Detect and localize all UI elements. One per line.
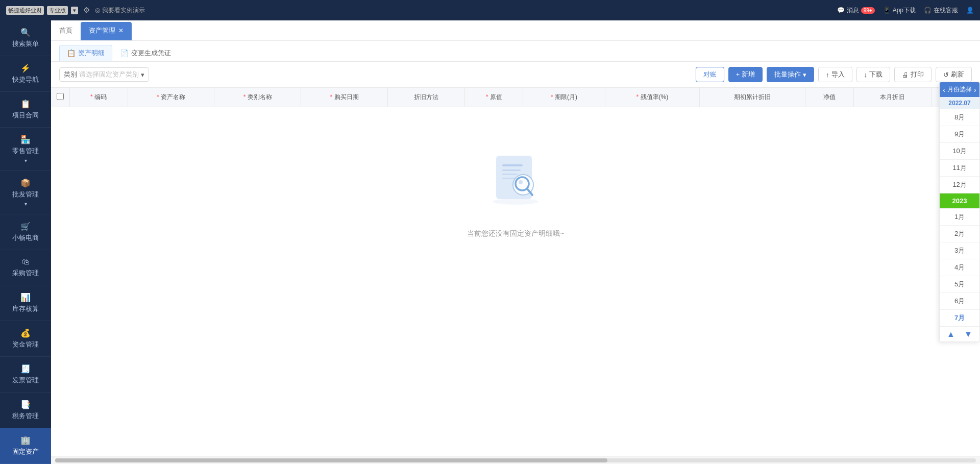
download-button[interactable]: ↓ 下载	[856, 67, 891, 82]
month-next-icon[interactable]: ›	[974, 86, 976, 94]
sidebar-item-label: 库存核算	[12, 304, 39, 313]
month-item-2[interactable]: 2月	[940, 226, 979, 242]
month-item-year-2023[interactable]: 2023	[940, 193, 979, 209]
import-icon: ↑	[826, 71, 829, 79]
demo-icon: ◎	[95, 7, 100, 14]
select-all-checkbox[interactable]	[57, 93, 64, 100]
col-original-value: 原值	[465, 88, 523, 107]
table-area: 编码 资产名称 类别名称 购买日期 折旧方法 原值 期限(月) 残值率(%) 期…	[51, 88, 980, 456]
app-download-button[interactable]: 📱 App下载	[883, 6, 916, 15]
sidebar-item-fixed-assets[interactable]: 🏢 固定资产	[0, 428, 51, 464]
invoice-icon: 🧾	[20, 364, 31, 374]
avatar-icon: 👤	[966, 7, 974, 14]
sidebar-item-retail[interactable]: 🏪 零售管理 ▾	[0, 128, 51, 171]
dropdown-arrow-icon[interactable]: ▾	[71, 7, 78, 14]
refresh-button[interactable]: ↺ 刷新	[936, 67, 972, 82]
message-button[interactable]: 💬 消息 99+	[837, 6, 875, 15]
user-avatar[interactable]: 👤	[966, 7, 974, 14]
month-item-12[interactable]: 12月	[940, 177, 979, 193]
sidebar-item-ecommerce[interactable]: 🛒 小畅电商	[0, 214, 51, 250]
reconcile-label: 对账	[703, 70, 717, 79]
batch-operation-button[interactable]: 批量操作 ▾	[767, 67, 814, 82]
refresh-label: 刷新	[951, 70, 964, 79]
sidebar-item-contract[interactable]: 📋 项目合同	[0, 92, 51, 128]
add-label: + 新增	[736, 70, 755, 79]
sidebar-item-finance[interactable]: 💰 资金管理	[0, 321, 51, 357]
tab-asset-management[interactable]: 资产管理 ✕	[81, 22, 132, 40]
asset-management-tab-label: 资产管理	[89, 26, 115, 35]
select-all-cell[interactable]	[51, 88, 69, 107]
sidebar-item-label: 固定资产	[12, 447, 39, 456]
sub-tab-change-voucher[interactable]: 📄 变更生成凭证	[112, 45, 179, 61]
sidebar-item-quicknav[interactable]: ⚡ 快捷导航	[0, 56, 51, 92]
month-panel-header: ‹ 月份选择 ›	[940, 82, 979, 97]
month-item-5[interactable]: 5月	[940, 276, 979, 293]
month-item-11[interactable]: 11月	[940, 160, 979, 177]
change-voucher-icon: 📄	[120, 49, 129, 57]
sidebar-item-purchase[interactable]: 🛍 采购管理	[0, 250, 51, 285]
tab-close-icon[interactable]: ✕	[118, 27, 124, 34]
quicknav-icon: ⚡	[20, 63, 31, 73]
inventory-icon: 📊	[20, 292, 31, 302]
message-badge: 99+	[861, 7, 875, 14]
demo-link[interactable]: ◎ 我要看实例演示	[95, 6, 145, 15]
month-scroll-up-icon[interactable]: ▲	[947, 330, 955, 339]
month-prev-icon[interactable]: ‹	[943, 86, 945, 94]
retail-icon: 🏪	[20, 135, 31, 144]
import-button[interactable]: ↑ 导入	[818, 67, 852, 82]
month-item-8[interactable]: 8月	[940, 109, 979, 126]
month-item-6[interactable]: 6月	[940, 293, 979, 310]
sidebar-item-tax[interactable]: 📑 税务管理	[0, 393, 51, 428]
col-net-value: 净值	[805, 88, 854, 107]
sub-tab-asset-detail-label: 资产明细	[78, 48, 105, 58]
refresh-icon: ↺	[943, 71, 949, 79]
content-area: 首页 资产管理 ✕ 📋 资产明细 📄 变更生成凭证	[51, 20, 980, 464]
add-button[interactable]: + 新增	[728, 67, 763, 82]
month-scroll-down-icon[interactable]: ▼	[964, 330, 972, 339]
month-item-1[interactable]: 1月	[940, 209, 979, 226]
online-service-button[interactable]: 🎧 在线客服	[924, 6, 958, 15]
empty-illustration	[485, 148, 546, 219]
online-service-label: 在线客服	[934, 6, 958, 15]
horizontal-scrollbar[interactable]	[55, 458, 976, 462]
company-name[interactable]: 畅捷通好业财 专业版 ▾	[6, 6, 78, 15]
col-depreciation-method: 折旧方法	[387, 88, 464, 107]
sidebar-item-label: 采购管理	[12, 268, 39, 278]
tab-home[interactable]: 首页	[51, 22, 81, 40]
month-item-3[interactable]: 3月	[940, 242, 979, 259]
headset-icon: 🎧	[924, 7, 932, 14]
sidebar-item-invoice[interactable]: 🧾 发票管理	[0, 357, 51, 393]
message-icon: 💬	[837, 7, 845, 14]
print-button[interactable]: 🖨 打印	[894, 67, 932, 82]
settings-icon[interactable]: ⚙	[83, 6, 90, 15]
print-icon: 🖨	[902, 71, 909, 79]
sidebar-item-label: 项目合同	[12, 111, 39, 120]
empty-state: 当前您还没有固定资产明细哦~	[51, 107, 980, 279]
download-icon: ↓	[864, 71, 868, 79]
top-bar: 畅捷通好业财 专业版 ▾ ⚙ ◎ 我要看实例演示 💬 消息 99+ 📱 App下…	[0, 0, 980, 20]
expand-arrow-icon: ▾	[24, 201, 27, 207]
sidebar-item-label: 税务管理	[12, 411, 39, 421]
col-period: 期限(月)	[523, 88, 605, 107]
app-download-label: App下载	[893, 6, 916, 15]
nav-tabs-bar: 首页 资产管理 ✕	[51, 20, 980, 41]
sidebar-item-inventory[interactable]: 📊 库存核算	[0, 285, 51, 321]
svg-rect-3	[502, 164, 523, 166]
sidebar-item-wholesale[interactable]: 📦 批发管理 ▾	[0, 171, 51, 214]
sidebar-item-search[interactable]: 🔍 搜索菜单	[0, 20, 51, 56]
reconcile-button[interactable]: 对账	[696, 67, 724, 82]
sub-tab-asset-detail[interactable]: 📋 资产明细	[59, 45, 112, 61]
category-filter[interactable]: 类别 请选择固定资产类别 ▾	[59, 67, 149, 82]
month-panel-year: 2022.07	[940, 97, 979, 109]
month-item-9[interactable]: 9月	[940, 126, 979, 143]
month-item-7[interactable]: 7月	[940, 310, 979, 327]
finance-icon: 💰	[20, 328, 31, 338]
table-header: 编码 资产名称 类别名称 购买日期 折旧方法 原值 期限(月) 残值率(%) 期…	[51, 88, 980, 107]
month-item-4[interactable]: 4月	[940, 259, 979, 276]
home-tab-label: 首页	[59, 26, 72, 35]
col-residual-rate: 残值率(%)	[605, 88, 699, 107]
col-asset-name: 资产名称	[128, 88, 214, 107]
month-item-10[interactable]: 10月	[940, 143, 979, 160]
scrollbar-thumb[interactable]	[55, 458, 607, 462]
sidebar-item-label: 批发管理	[12, 190, 39, 199]
